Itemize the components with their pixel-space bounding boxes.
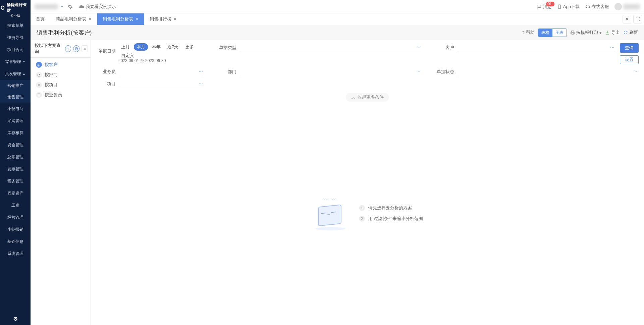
chevron-down-icon: ﹀ <box>634 69 639 75</box>
sidebar-item-11[interactable]: 税务管理 <box>0 175 31 187</box>
sidebar-item-14[interactable]: 经营管理 <box>0 211 31 223</box>
filter-date: 单据日期 上月本月本年近7天更多自定义 <box>96 43 204 59</box>
date-range-pills[interactable]: 上月本月本年近7天更多自定义 <box>118 43 204 59</box>
scheme-title: 按以下方案查询 <box>35 43 63 55</box>
scheme-icon: ◔ <box>36 72 42 78</box>
sidebar-item-13[interactable]: 工资 <box>0 199 31 211</box>
close-icon[interactable]: ✕ <box>88 17 92 21</box>
more-icon[interactable]: ⋯ <box>610 45 615 50</box>
chevron-down-icon: ▾ <box>599 30 602 35</box>
avatar-icon <box>614 3 622 10</box>
scheme-item-1[interactable]: ◔按部门 <box>31 70 91 80</box>
date-pill-3[interactable]: 近7天 <box>165 43 181 51</box>
print-button[interactable]: 按模板打印 ▾ <box>570 30 602 36</box>
filter-project[interactable]: 项目 ⋯ <box>96 79 204 88</box>
user-menu[interactable] <box>614 3 640 10</box>
chevron-up-icon: ▲ <box>22 72 25 75</box>
scheme-add-button[interactable]: + <box>65 45 71 52</box>
sidebar-item-9[interactable]: 总账管理 <box>0 151 31 163</box>
filter-doc-type[interactable]: 单据类型 ﹀ <box>217 43 421 52</box>
page-header: 销售毛利分析(按客户) ?帮助 表格 图表 按模板打印 ▾ 导出 <box>31 25 644 40</box>
phone-icon <box>557 4 562 9</box>
scheme-settings-button[interactable]: ⚙ <box>73 45 79 52</box>
close-icon[interactable]: ✕ <box>135 17 139 21</box>
filter-dept[interactable]: 部门 ﹀ <box>217 67 421 76</box>
step-number-1: 1 <box>359 205 365 211</box>
sidebar-item-5[interactable]: 小畅电商 <box>0 103 31 115</box>
scheme-collapse-button[interactable]: « <box>82 45 88 52</box>
date-pill-0[interactable]: 上月 <box>118 43 132 51</box>
demo-link[interactable]: 我要看实例演示 <box>79 4 116 10</box>
tab-close-all-button[interactable]: ✕ <box>623 15 631 23</box>
filter-status[interactable]: 单据状态 ﹀ <box>435 67 639 76</box>
sidebar-item-4[interactable]: 批发管理▲ <box>0 68 31 80</box>
settings-button[interactable]: 设置 <box>620 55 639 64</box>
fold-conditions-button[interactable]: ︽ 收起更多条件 <box>346 93 389 102</box>
svg-rect-0 <box>558 5 560 9</box>
left-sidebar: 畅捷通好业财 专业版 搜索菜单快捷导航项目合同零售管理▼批发管理▲营销推广销售管… <box>0 0 31 325</box>
messages-button[interactable]: 消息 99+ <box>536 4 552 10</box>
more-icon[interactable]: ⋯ <box>199 81 204 86</box>
sidebar-item-10[interactable]: 发票管理 <box>0 163 31 175</box>
empty-illustration: 〰 〰 — _ — <box>312 195 349 232</box>
scheme-item-3[interactable]: ☰按业务员 <box>31 90 91 100</box>
scheme-item-0[interactable]: ◎按客户 <box>31 60 91 70</box>
tabstrip: 首页商品毛利分析表✕销售毛利分析表✕销售排行榜✕ ✕ ⛶ <box>31 13 644 25</box>
filter-salesman[interactable]: 业务员 ⋯ <box>96 67 204 76</box>
app-download-button[interactable]: App下载 <box>557 4 580 10</box>
fullscreen-button[interactable]: ⛶ <box>633 15 642 23</box>
empty-step-1: 请先选择要分析的方案 <box>368 205 412 211</box>
sidebar-item-1[interactable]: 快捷导航 <box>0 32 31 44</box>
help-link[interactable]: ?帮助 <box>522 30 535 36</box>
printer-icon <box>570 30 575 35</box>
sidebar-item-17[interactable]: 系统管理 <box>0 248 31 260</box>
view-chart-option[interactable]: 图表 <box>552 29 567 37</box>
date-pill-4[interactable]: 更多 <box>182 43 197 51</box>
headset-icon <box>585 4 590 9</box>
double-chevron-up-icon: ︽ <box>351 94 356 100</box>
scheme-icon: ☰ <box>36 92 42 98</box>
sidebar-item-3[interactable]: 零售管理▼ <box>0 56 31 68</box>
sidebar-item-7[interactable]: 库存核算 <box>0 127 31 139</box>
scheme-item-2[interactable]: ≋按项目 <box>31 80 91 90</box>
empty-step-2: 用[过滤]条件来缩小分析范围 <box>368 216 423 222</box>
brand-icon <box>0 5 5 10</box>
chevron-down-icon <box>60 5 64 9</box>
tab-3[interactable]: 销售排行榜✕ <box>144 13 182 25</box>
sidebar-settings-icon[interactable]: ⚙ <box>0 312 31 325</box>
export-button[interactable]: 导出 <box>605 30 620 36</box>
sidebar-item-6[interactable]: 采购管理 <box>0 115 31 127</box>
page-title: 销售毛利分析(按客户) <box>37 29 92 37</box>
query-button[interactable]: 查询 <box>620 43 639 53</box>
sidebar-item-16[interactable]: 基础信息 <box>0 235 31 248</box>
customer-service-button[interactable]: 在线客服 <box>585 4 609 10</box>
brand-logo: 畅捷通好业财 专业版 <box>0 0 31 19</box>
topbar: 我要看实例演示 消息 99+ App下载 在线客服 <box>31 0 644 13</box>
more-icon[interactable]: ⋯ <box>199 69 204 74</box>
sidebar-item-8[interactable]: 资金管理 <box>0 139 31 151</box>
view-mode-segment[interactable]: 表格 图表 <box>538 29 567 37</box>
tab-0[interactable]: 首页 <box>31 13 50 25</box>
tab-2[interactable]: 销售毛利分析表✕ <box>97 13 144 25</box>
view-table-option[interactable]: 表格 <box>538 29 552 37</box>
sidebar-item-0[interactable]: 搜索菜单 <box>0 19 31 32</box>
date-pill-2[interactable]: 本年 <box>149 43 163 51</box>
sidebar-item-15[interactable]: 小畅报销 <box>0 223 31 235</box>
scheme-icon: ◎ <box>36 62 42 68</box>
refresh-button[interactable]: 刷新 <box>623 30 638 36</box>
scheme-panel: 按以下方案查询 + ⚙ « ◎按客户◔按部门≋按项目☰按业务员 <box>31 40 91 325</box>
sidebar-subitem-1[interactable]: 销售管理 <box>0 91 31 103</box>
org-gear-icon[interactable] <box>67 4 73 9</box>
org-selector[interactable] <box>35 4 64 9</box>
tab-1[interactable]: 商品毛利分析表✕ <box>50 13 97 25</box>
sidebar-item-2[interactable]: 项目合同 <box>0 44 31 56</box>
main-panel: 单据日期 上月本月本年近7天更多自定义 2023-06-01 至 2023-06… <box>91 40 644 325</box>
close-icon[interactable]: ✕ <box>173 17 177 21</box>
date-pill-1[interactable]: 本月 <box>134 43 148 51</box>
message-icon <box>536 4 542 9</box>
sidebar-subitem-0[interactable]: 营销推广 <box>0 80 31 91</box>
sidebar-item-12[interactable]: 固定资产 <box>0 187 31 199</box>
filter-customer[interactable]: 客户 ⋯ <box>435 43 615 52</box>
scheme-icon: ≋ <box>36 82 42 88</box>
chevron-down-icon: ﹀ <box>417 69 421 75</box>
